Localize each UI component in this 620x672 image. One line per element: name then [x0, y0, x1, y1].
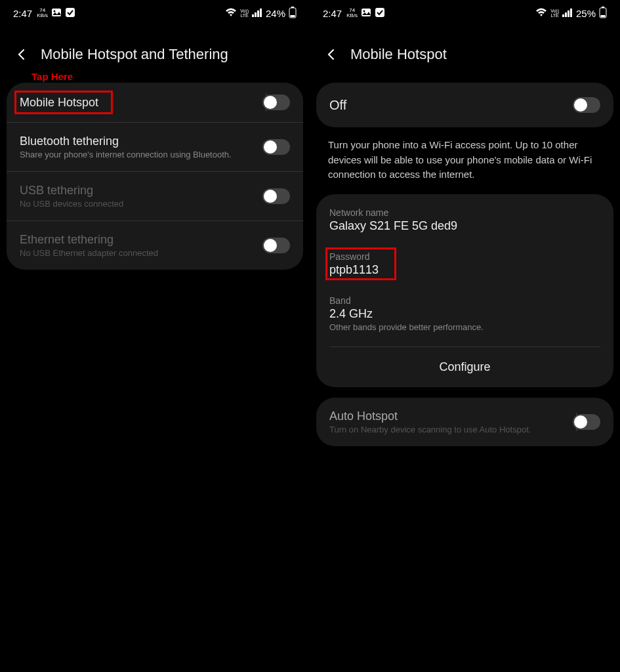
field-label: Band — [329, 295, 600, 306]
row-label: USB tethering — [20, 184, 262, 198]
page-title: Mobile Hotspot and Tethering — [41, 46, 228, 63]
row-label: Ethernet tethering — [20, 233, 262, 247]
left-screen: 2:47 74 KB/s Vo))LTE 24% — [0, 0, 310, 672]
toggle-mobile-hotspot[interactable] — [262, 94, 290, 110]
row-bluetooth-tethering[interactable]: Bluetooth tethering Share your phone's i… — [7, 122, 303, 171]
battery-percent: 25% — [576, 8, 596, 19]
field-label: Network name — [329, 207, 600, 218]
page-title: Mobile Hotspot — [350, 46, 447, 63]
page-header: Mobile Hotspot — [310, 26, 620, 83]
wifi-icon — [535, 8, 547, 19]
toggle-ethernet-tethering — [262, 238, 290, 253]
toggle-bluetooth-tethering[interactable] — [262, 139, 290, 155]
row-usb-tethering: USB tethering No USB devices connected — [7, 171, 303, 220]
status-speed: 74 KB/s — [346, 8, 358, 18]
svg-rect-16 — [570, 9, 572, 17]
svg-point-11 — [363, 10, 365, 12]
svg-rect-9 — [291, 15, 295, 17]
row-ethernet-tethering: Ethernet tethering No USB Ethernet adapt… — [7, 220, 303, 270]
row-sublabel: Turn on Nearby device scanning to use Au… — [329, 425, 573, 434]
field-password[interactable]: Password ptpb1113 — [316, 242, 613, 286]
row-sublabel: No USB Ethernet adapter connected — [20, 248, 262, 258]
field-value: ptpb1113 — [329, 263, 600, 277]
status-time: 2:47 — [323, 8, 342, 19]
row-sublabel: Share your phone's internet connection u… — [20, 150, 262, 159]
status-time: 2:47 — [13, 8, 32, 19]
wifi-icon — [225, 8, 237, 19]
settings-card: Mobile Hotspot Bluetooth tethering Share… — [7, 83, 303, 270]
right-screen: 2:47 74 KB/s Vo))LTE 25% — [310, 0, 620, 672]
field-value: Galaxy S21 FE 5G ded9 — [329, 219, 600, 233]
back-button[interactable] — [324, 47, 339, 62]
image-icon — [51, 7, 62, 20]
toggle-auto-hotspot[interactable] — [573, 414, 600, 430]
field-note: Other bands provide better performance. — [329, 322, 600, 332]
network-settings-card: Network name Galaxy S21 FE 5G ded9 Passw… — [316, 194, 613, 387]
svg-rect-15 — [568, 10, 569, 17]
svg-rect-14 — [565, 12, 567, 17]
check-icon — [65, 7, 75, 20]
check-icon — [375, 7, 385, 20]
row-sublabel: No USB devices connected — [20, 199, 262, 209]
hotspot-description: Turn your phone into a Wi-Fi access poin… — [310, 138, 620, 194]
auto-hotspot-card: Auto Hotspot Turn on Nearby device scann… — [316, 398, 613, 446]
row-auto-hotspot[interactable]: Auto Hotspot Turn on Nearby device scann… — [316, 398, 613, 446]
field-band[interactable]: Band 2.4 GHz Other bands provide better … — [316, 286, 613, 341]
row-label: Bluetooth tethering — [20, 135, 262, 148]
volte-icon: Vo))LTE — [240, 9, 249, 18]
image-icon — [361, 7, 371, 20]
svg-rect-3 — [252, 14, 254, 17]
battery-icon — [599, 7, 607, 20]
svg-rect-10 — [362, 9, 371, 16]
row-label: Auto Hotspot — [329, 410, 573, 423]
signal-icon — [562, 8, 573, 19]
battery-icon — [289, 7, 297, 20]
back-button[interactable] — [14, 47, 29, 62]
signal-icon — [252, 8, 262, 19]
field-label: Password — [329, 251, 600, 262]
svg-rect-13 — [562, 14, 564, 17]
svg-rect-19 — [601, 15, 606, 17]
toggle-hotspot[interactable] — [573, 97, 600, 113]
row-hotspot-toggle[interactable]: Off — [316, 83, 613, 127]
status-bar: 2:47 74 KB/s Vo))LTE 24% — [0, 0, 310, 26]
svg-point-1 — [54, 10, 56, 12]
field-value: 2.4 GHz — [329, 307, 600, 321]
tap-here-hint: Tap Here — [31, 71, 73, 82]
battery-percent: 24% — [266, 8, 285, 19]
svg-rect-0 — [52, 9, 61, 16]
svg-rect-6 — [260, 9, 262, 17]
row-mobile-hotspot[interactable]: Mobile Hotspot — [7, 83, 303, 122]
svg-rect-12 — [375, 8, 384, 17]
svg-rect-4 — [255, 12, 257, 17]
svg-rect-2 — [66, 8, 75, 17]
volte-icon: Vo))LTE — [550, 9, 559, 18]
row-label: Mobile Hotspot — [20, 96, 262, 110]
svg-rect-5 — [257, 10, 259, 17]
toggle-state-label: Off — [329, 98, 573, 113]
configure-button[interactable]: Configure — [329, 346, 600, 387]
hotspot-toggle-card: Off — [316, 83, 613, 127]
status-speed: 74 KB/s — [37, 8, 48, 18]
field-network-name[interactable]: Network name Galaxy S21 FE 5G ded9 — [316, 198, 613, 242]
toggle-usb-tethering — [262, 188, 290, 204]
status-bar: 2:47 74 KB/s Vo))LTE 25% — [310, 0, 620, 26]
